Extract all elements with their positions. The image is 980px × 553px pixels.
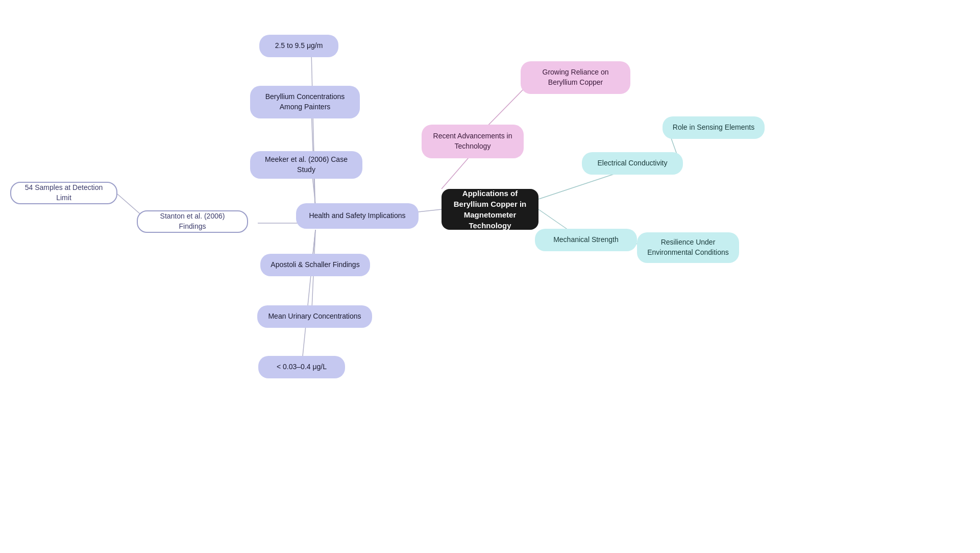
node-lt-003[interactable]: < 0.03–0.4 μg/L — [258, 356, 345, 378]
node-role-sensing[interactable]: Role in Sensing Elements — [663, 116, 765, 139]
node-resilience[interactable]: Resilience Under Environmental Condition… — [637, 232, 739, 263]
node-health-safety[interactable]: Health and Safety Implications — [296, 203, 419, 229]
node-mechanical-strength[interactable]: Mechanical Strength — [535, 229, 637, 251]
node-beryllium-painters[interactable]: Beryllium Concentrations Among Painters — [250, 86, 360, 118]
node-mean-urinary[interactable]: Mean Urinary Concentrations — [257, 305, 372, 328]
svg-line-6 — [311, 52, 315, 218]
node-recent-advancements[interactable]: Recent Advancements in Technology — [422, 125, 524, 158]
center-node[interactable]: Applications of Beryllium Copper in Magn… — [442, 189, 538, 230]
node-2-5-ug[interactable]: 2.5 to 9.5 μg/m — [259, 35, 338, 57]
node-stanton[interactable]: Stanton et al. (2006) Findings — [137, 210, 248, 233]
node-growing-reliance[interactable]: Growing Reliance on Beryllium Copper — [521, 61, 630, 94]
node-54-samples[interactable]: 54 Samples at Detection Limit — [10, 182, 117, 204]
node-apostoli[interactable]: Apostoli & Schaller Findings — [260, 254, 370, 276]
node-meeker[interactable]: Meeker et al. (2006) Case Study — [250, 151, 362, 179]
mind-map-connections — [0, 0, 980, 553]
node-electrical-conductivity[interactable]: Electrical Conductivity — [582, 152, 683, 175]
svg-line-9 — [301, 230, 315, 371]
